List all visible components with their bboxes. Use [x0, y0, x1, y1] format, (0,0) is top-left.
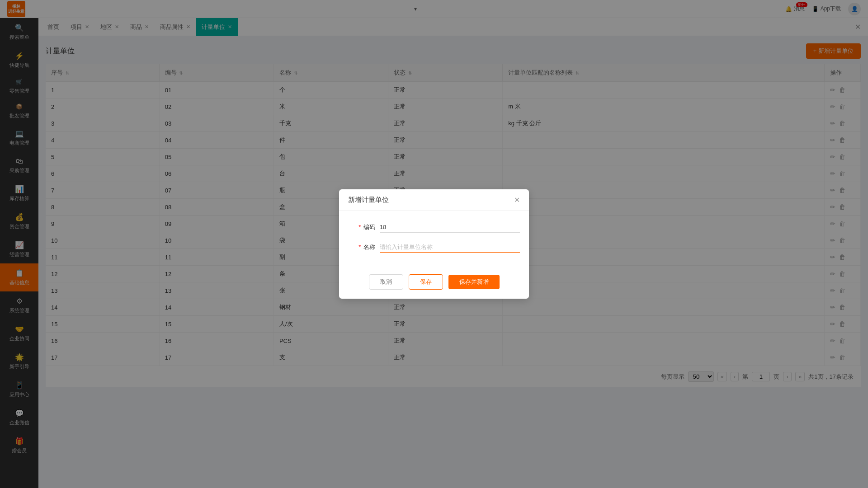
- code-label: * 编码: [348, 223, 375, 231]
- code-form-row: * 编码: [348, 222, 520, 233]
- name-form-row: * 名称: [348, 242, 520, 253]
- modal-body: * 编码 * 名称: [339, 211, 529, 269]
- add-unit-modal: 新增计量单位 ✕ * 编码 * 名称 取消 保存 保存并新增: [339, 189, 529, 299]
- modal-overlay: 新增计量单位 ✕ * 编码 * 名称 取消 保存 保存并新增: [0, 0, 868, 488]
- cancel-button[interactable]: 取消: [369, 274, 403, 290]
- name-required-star: *: [359, 244, 361, 250]
- name-input[interactable]: [380, 242, 520, 253]
- save-button[interactable]: 保存: [409, 274, 443, 290]
- modal-close-btn[interactable]: ✕: [514, 196, 520, 204]
- code-input[interactable]: [380, 222, 520, 233]
- save-and-new-button[interactable]: 保存并新增: [448, 275, 500, 289]
- modal-footer: 取消 保存 保存并新增: [339, 269, 529, 299]
- modal-header: 新增计量单位 ✕: [339, 189, 529, 211]
- code-required-star: *: [359, 224, 361, 230]
- name-label: * 名称: [348, 243, 375, 251]
- modal-title: 新增计量单位: [348, 196, 389, 204]
